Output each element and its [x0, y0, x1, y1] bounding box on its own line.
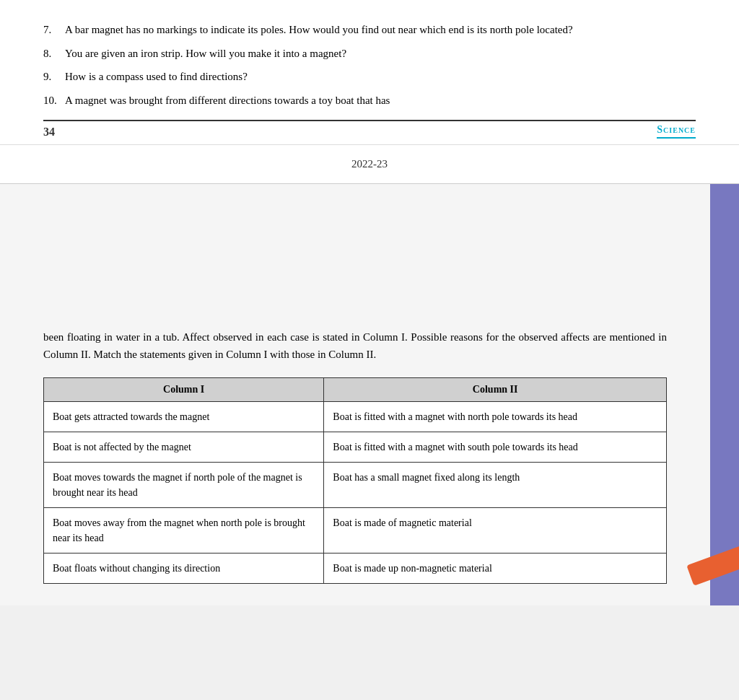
row2-col1: Boat is not affected by the magnet [44, 432, 324, 463]
question-10: 10. A magnet was brought from different … [43, 92, 696, 109]
question-9-number: 9. [43, 69, 65, 85]
row1-col1: Boat gets attracted towards the magnet [44, 402, 324, 432]
question-10-number: 10. [43, 92, 65, 109]
year-label: 2022-23 [351, 158, 388, 170]
continuation-text: been floating in water in a tub. Affect … [43, 328, 667, 363]
table-row: Boat is not affected by the magnet Boat … [44, 432, 667, 463]
match-table: Column I Column II Boat gets attracted t… [43, 377, 667, 584]
year-section: 2022-23 [0, 144, 739, 183]
bottom-content: been floating in water in a tub. Affect … [0, 184, 710, 605]
question-7-text: A bar magnet has no markings to indicate… [65, 22, 696, 38]
row3-col2: Boat has a small magnet fixed along its … [324, 463, 667, 508]
column2-header: Column II [324, 378, 667, 402]
bottom-page: been floating in water in a tub. Affect … [0, 184, 739, 605]
table-row: Boat moves towards the magnet if north p… [44, 463, 667, 508]
question-9: 9. How is a compass used to find directi… [43, 69, 696, 85]
question-7: 7. A bar magnet has no markings to indic… [43, 22, 696, 38]
row4-col1: Boat moves away from the magnet when nor… [44, 508, 324, 554]
question-8: 8. You are given an iron strip. How will… [43, 45, 696, 62]
questions-section: 7. A bar magnet has no markings to indic… [43, 14, 696, 108]
row1-col2: Boat is fitted with a magnet with north … [324, 402, 667, 432]
question-10-text: A magnet was brought from different dire… [65, 92, 696, 109]
blank-area [43, 184, 667, 328]
row5-col2: Boat is made up non-magnetic material [324, 554, 667, 584]
page-number: 34 [43, 126, 55, 139]
subject-label: Science [657, 124, 696, 139]
row3-col1: Boat moves towards the magnet if north p… [44, 463, 324, 508]
row5-col1: Boat floats without changing its directi… [44, 554, 324, 584]
table-row: Boat moves away from the magnet when nor… [44, 508, 667, 554]
right-sidebar [710, 184, 739, 605]
table-row: Boat floats without changing its directi… [44, 554, 667, 584]
question-7-number: 7. [43, 22, 65, 38]
page-footer: 34 Science [43, 120, 696, 144]
question-8-number: 8. [43, 45, 65, 62]
table-row: Boat gets attracted towards the magnet B… [44, 402, 667, 432]
question-9-text: How is a compass used to find directions… [65, 69, 696, 85]
table-header-row: Column I Column II [44, 378, 667, 402]
row4-col2: Boat is made of magnetic material [324, 508, 667, 554]
top-page: 7. A bar magnet has no markings to indic… [0, 0, 739, 144]
column1-header: Column I [44, 378, 324, 402]
question-8-text: You are given an iron strip. How will yo… [65, 45, 696, 62]
row2-col2: Boat is fitted with a magnet with south … [324, 432, 667, 463]
